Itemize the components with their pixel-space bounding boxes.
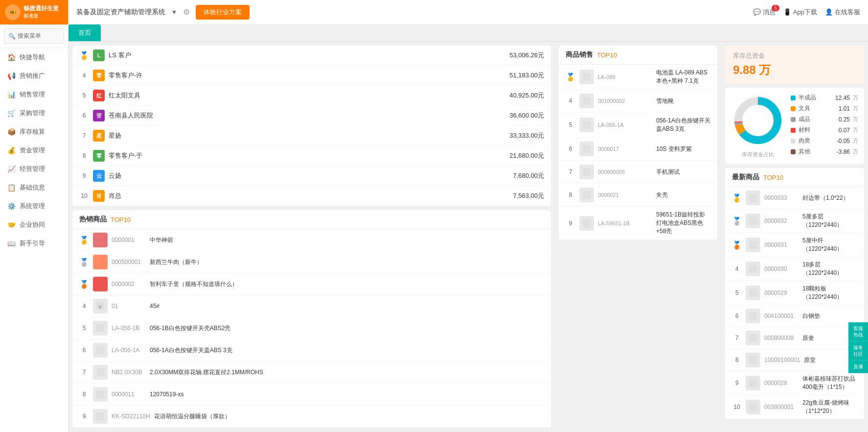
sidebar-item-qiye[interactable]: 🤝 企业协同 [0, 216, 68, 234]
medal-icon: 🥈 [79, 258, 89, 267]
table-row: 4 零 零售客户-许 51,183.00元 [72, 66, 551, 86]
product-code: 003800001 [764, 404, 799, 410]
search-menu-button[interactable]: 🔍 搜索菜单 [4, 28, 64, 44]
legend-list: 半成品 12.45 万 文具 1.01 万 成品 [791, 94, 858, 158]
page-tabs: 首页 [69, 24, 868, 42]
product-code: NB2.0X30B [112, 369, 146, 376]
product-image-placeholder [579, 118, 594, 132]
list-item: 8 0000021 夹壳 [559, 184, 717, 207]
donut-container: 库存资金占比 半成品 12.45 万 文具 1.01 [725, 88, 864, 164]
product-name: 18颗粒板（1220*2440） [802, 285, 857, 301]
list-item: 9 0000028 体彬嘉枝味苏打饮品400毫升（1*15） [725, 371, 864, 395]
product-code: LA-056-1A [112, 347, 146, 354]
customer-name: 红太阳文具 [109, 91, 505, 100]
tab-home[interactable]: 首页 [69, 24, 101, 41]
rank-number: 9 [732, 380, 742, 386]
sidebar-item-yingxiao[interactable]: 📢 营销推广 [0, 67, 68, 85]
topbar-right: 💬 消息 6 📱 App下载 👤 在线客服 [753, 8, 860, 17]
customer-ranking-card: 🥇 L LS 客户 53,006.26元 4 零 零售客户-许 51,183.0… [72, 46, 551, 206]
list-item: 4 ▣ 01 45# [72, 295, 551, 317]
medal-icon: 🥇 [566, 72, 575, 82]
customer-name: 星扬 [109, 131, 505, 140]
list-item: 5 0000029 18颗粒板（1220*2440） [725, 281, 864, 305]
legend-value: 0.07 [839, 127, 850, 134]
search-icon: 🔍 [8, 33, 16, 40]
legend-name: 其他 [799, 147, 834, 156]
svg-rect-4 [96, 368, 104, 376]
float-btn-customer-service[interactable]: 客服热线 [848, 322, 868, 341]
legend-name: 半成品 [799, 94, 832, 102]
legend-name: 文具 [799, 104, 836, 113]
product-name: 12070519-xs [150, 391, 544, 398]
product-code: KK-SD22110H [112, 413, 150, 420]
float-btn-community[interactable]: 服务社区 [848, 341, 868, 360]
customer-value: 33,333.00元 [509, 131, 544, 140]
list-item: 🥇 0000001 中华神箭 [72, 229, 551, 251]
product-code: 0000029 [764, 289, 799, 296]
online-service-label: 在线客服 [835, 8, 860, 17]
sidebar-item-kuaijie[interactable]: 🏠 快捷导航 [0, 48, 68, 67]
trial-button[interactable]: 体验行业方案 [196, 5, 250, 20]
legend-unit: 万 [853, 116, 858, 123]
logo-version: 标准版 [23, 13, 59, 20]
table-row: 6 苦 苍南县人民医院 36,600.00元 [72, 106, 551, 126]
product-image-placeholder [579, 70, 594, 84]
table-row: 9 云 云扬 7,680.00元 [72, 166, 551, 186]
medal-icon: 🥉 [732, 240, 742, 250]
online-service-button[interactable]: 👤 在线客服 [825, 8, 860, 17]
product-image-placeholder [746, 331, 760, 345]
list-item: 🥈 0000032 5厘多层（1220*2440） [725, 209, 864, 233]
rank-number: 8 [79, 391, 89, 398]
rank-number: 6 [732, 312, 742, 319]
nav-icon-yingxiao: 📢 [7, 72, 16, 80]
svg-rect-8 [583, 97, 591, 105]
product-image-placeholder [746, 238, 760, 252]
product-image-placeholder [579, 216, 594, 231]
product-name: 056-1A白色按键开关盖ABS 3克 [656, 117, 710, 133]
donut-chart: 库存资金占比 [731, 94, 785, 158]
sidebar-item-jichu[interactable]: 📋 基础信息 [0, 178, 68, 197]
gear-icon[interactable]: ⚙ [183, 7, 190, 17]
product-code: 001000002 [598, 98, 652, 104]
svg-rect-10 [583, 145, 591, 153]
nav-icon-jichu: 📋 [7, 184, 16, 192]
product-code: 10000100001 [764, 357, 800, 363]
sidebar-search-area[interactable]: 🔍 搜索菜单 [0, 24, 68, 48]
svg-rect-3 [96, 346, 104, 354]
sidebar-item-jingying[interactable]: 📈 经营管理 [0, 160, 68, 178]
legend-value: -3.86 [837, 148, 850, 155]
hot-products-list: 🥇 0000001 中华神箭 🥈 000500001 新西兰牛肉（新牛） 🥉 [72, 229, 551, 428]
product-image-placeholder [579, 188, 594, 202]
avatar: 肖 [93, 190, 105, 202]
message-button[interactable]: 💬 消息 6 [753, 8, 776, 17]
sidebar-item-xitong[interactable]: ⚙️ 系统管理 [0, 197, 68, 216]
avatar: 云 [93, 170, 105, 182]
product-image-placeholder [746, 376, 760, 390]
rank-number: 7 [732, 335, 742, 341]
rank-number: 9 [566, 220, 575, 227]
customer-value: 7,563.00元 [513, 192, 544, 200]
legend-unit: 万 [853, 137, 858, 144]
sidebar-item-caigou[interactable]: 🛒 采购管理 [0, 104, 68, 122]
float-btn-live[interactable]: 直播 [848, 360, 868, 373]
svg-rect-23 [749, 289, 757, 297]
rank-number: 6 [566, 145, 575, 152]
sidebar-item-kucun[interactable]: 📦 库存核算 [0, 122, 68, 141]
app-download-button[interactable]: 📱 App下载 [783, 8, 817, 17]
product-code: LA-59651-1B [598, 220, 652, 226]
sidebar-nav: 🏠 快捷导航 📢 营销推广 📊 销售管理 🛒 采购管理 📦 库存核算 💰 资金管… [0, 48, 68, 432]
nav-label-kuaijie: 快捷导航 [20, 53, 45, 62]
product-image-placeholder [579, 94, 594, 108]
legend-dot [791, 117, 796, 122]
table-row: 🥇 L LS 客户 53,006.26元 [72, 46, 551, 66]
product-image-placeholder [746, 353, 760, 367]
product-code: 000800008 [764, 335, 799, 341]
sidebar-item-zijin[interactable]: 💰 资金管理 [0, 141, 68, 160]
nav-label-jichu: 基础信息 [20, 183, 45, 192]
list-item: 🥉 0000002 智利车子里（规格不知道填什么） [72, 273, 551, 295]
sidebar-item-xinshou[interactable]: 📖 新手引导 [0, 234, 68, 253]
legend-dot [791, 106, 796, 111]
sidebar-item-xiaoshou[interactable]: 📊 销售管理 [0, 85, 68, 104]
product-name: 电池盖 LA-089 ABS本色+黑种 7.1克 [656, 69, 710, 85]
system-dropdown-button[interactable]: ▼ [171, 9, 177, 16]
